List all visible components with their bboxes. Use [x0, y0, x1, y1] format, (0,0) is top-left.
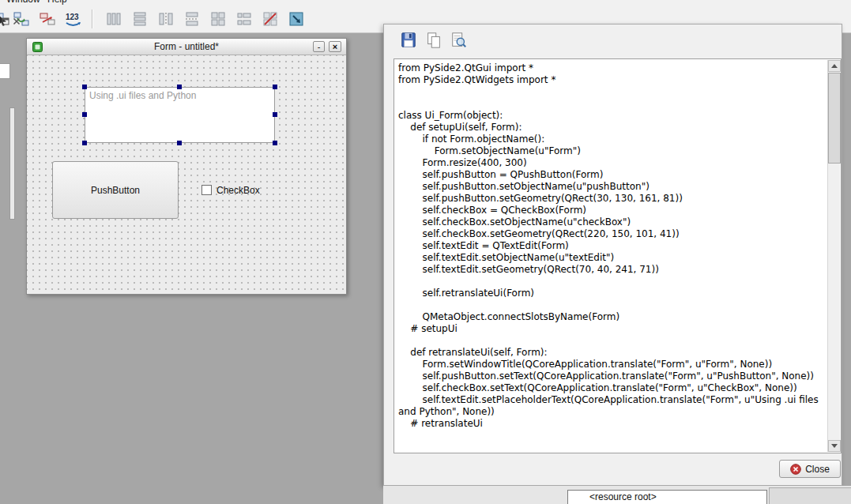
save-icon — [400, 32, 417, 49]
layout-horizontal-button[interactable] — [104, 9, 124, 29]
menu-window[interactable]: Window — [6, 0, 40, 5]
dock-float-icon — [2, 17, 9, 25]
textedit-widget[interactable]: Using .ui files and Python — [85, 87, 275, 143]
form-window-title: Form - untitled* — [154, 41, 219, 52]
layout-form-icon — [235, 10, 253, 28]
selection-handle-top-right[interactable] — [273, 85, 277, 89]
widgetbox-filter-fragment[interactable] — [0, 63, 10, 79]
dock-close-icon — [13, 17, 21, 25]
code-scrollbar[interactable] — [827, 60, 840, 452]
resource-browser-fragment[interactable]: <resource root> — [567, 490, 767, 504]
generated-code[interactable]: from PySide2.QtGui import * from PySide2… — [394, 59, 827, 453]
layout-horizontal-splitter-button[interactable] — [156, 9, 176, 29]
widgetbox-scrollbar-fragment[interactable] — [9, 107, 15, 220]
break-layout-icon — [262, 10, 279, 28]
scrollbar-thumb[interactable] — [828, 73, 841, 164]
adjust-size-icon — [288, 10, 305, 28]
bottom-right-panel-fragment — [769, 487, 851, 504]
adjust-size-button[interactable] — [286, 9, 307, 29]
layout-grid-button[interactable] — [208, 9, 228, 29]
layout-vertical-splitter-button[interactable] — [182, 9, 202, 29]
tab-order-digits: 123 — [66, 13, 79, 21]
selection-handle-bottom-right[interactable] — [273, 141, 277, 145]
dock-close-button[interactable] — [12, 17, 21, 26]
break-layout-button[interactable] — [260, 9, 281, 29]
textedit-placeholder: Using .ui files and Python — [85, 88, 274, 103]
selection-handle-bottom-center[interactable] — [177, 141, 182, 145]
checkbox-widget[interactable]: CheckBox — [201, 174, 281, 206]
layout-vertical-splitter-icon — [183, 10, 201, 28]
selection-handle-mid-left[interactable] — [82, 112, 87, 117]
scroll-up-arrow-icon[interactable] — [828, 60, 841, 72]
checkbox-label: CheckBox — [217, 185, 260, 196]
save-code-button[interactable] — [398, 30, 419, 51]
layout-horizontal-icon — [105, 10, 122, 28]
selection-handle-top-center[interactable] — [177, 85, 182, 89]
form-window-titlebar[interactable]: Form - untitled* - × — [27, 39, 346, 55]
form-canvas[interactable]: Using .ui files and Python PushButton Ch… — [27, 55, 346, 294]
selection-handle-bottom-left[interactable] — [82, 141, 87, 145]
menu-help[interactable]: Help — [47, 0, 67, 5]
layout-vertical-icon — [131, 10, 149, 28]
code-view[interactable]: from PySide2.QtGui import * from PySide2… — [393, 58, 842, 453]
layout-horizontal-splitter-icon — [157, 10, 175, 28]
close-red-icon — [790, 464, 801, 475]
selection-handle-top-left[interactable] — [82, 85, 87, 89]
resource-root-item[interactable]: <resource root> — [589, 491, 657, 502]
layout-vertical-button[interactable] — [130, 9, 150, 29]
checkbox-indicator[interactable] — [201, 185, 212, 195]
selection-handle-mid-right[interactable] — [273, 112, 277, 117]
find-in-code-button[interactable] — [449, 30, 469, 51]
copy-icon — [425, 32, 442, 49]
edit-tab-order-button[interactable]: 123 — [63, 9, 84, 29]
close-button-label: Close — [805, 464, 830, 475]
close-dialog-button[interactable]: Close — [779, 460, 841, 478]
code-preview-dialog: from PySide2.QtGui import * from PySide2… — [383, 24, 842, 486]
menubar: Window Help — [0, 0, 253, 6]
designer-form-icon — [32, 42, 43, 52]
dock-float-button[interactable] — [1, 17, 10, 26]
form-minimize-button[interactable]: - — [313, 41, 325, 52]
scroll-down-arrow-icon[interactable] — [828, 440, 841, 452]
pushbutton-widget[interactable]: PushButton — [52, 161, 179, 219]
layout-grid-icon — [209, 10, 227, 28]
edit-buddies-button[interactable] — [37, 9, 58, 29]
layout-form-button[interactable] — [234, 9, 254, 29]
find-icon — [450, 32, 468, 49]
pushbutton-label: PushButton — [91, 185, 140, 196]
form-close-button[interactable]: × — [329, 41, 341, 52]
edit-tab-order-icon: 123 — [64, 10, 83, 28]
copy-code-button[interactable] — [424, 30, 444, 51]
form-editor-window: Form - untitled* - × Using .ui files and… — [26, 38, 347, 295]
edit-buddies-icon — [39, 10, 56, 28]
toolbar-separator — [92, 9, 92, 28]
